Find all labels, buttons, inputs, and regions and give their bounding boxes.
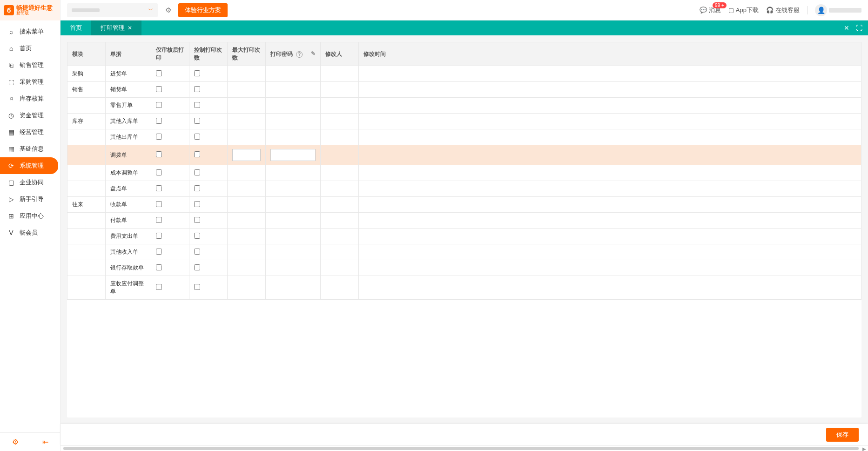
- nav-system[interactable]: ⟳系统管理: [0, 157, 58, 174]
- nav-inventory-icon: ⌑: [7, 95, 15, 102]
- ctrl-checkbox[interactable]: [194, 284, 200, 290]
- nav-collab[interactable]: ▢企业协同: [0, 174, 60, 191]
- cell-ctrl: [189, 129, 228, 145]
- nav-member[interactable]: V畅会员: [0, 224, 60, 241]
- print-password-input[interactable]: [270, 149, 316, 161]
- logo-icon: б: [4, 5, 14, 15]
- workspace-select[interactable]: ﹀: [67, 3, 158, 17]
- tab-1-close-icon[interactable]: ✕: [128, 25, 132, 31]
- avatar: 👤: [815, 4, 827, 16]
- col-max: 最大打印次数: [228, 42, 266, 66]
- cell-doc: 银行存取款单: [106, 260, 151, 276]
- scrollbar-thumb[interactable]: [63, 447, 859, 450]
- audit-checkbox[interactable]: [156, 86, 162, 92]
- cell-audit: [151, 165, 189, 181]
- nav-ops[interactable]: ▤经营管理: [0, 124, 60, 141]
- ctrl-checkbox[interactable]: [194, 134, 200, 140]
- help-icon[interactable]: ?: [296, 51, 303, 58]
- ctrl-checkbox[interactable]: [194, 201, 200, 207]
- audit-checkbox[interactable]: [156, 118, 162, 124]
- audit-checkbox[interactable]: [156, 233, 162, 239]
- ctrl-checkbox[interactable]: [194, 185, 200, 191]
- cell-audit: [151, 244, 189, 260]
- nav-inventory[interactable]: ⌑库存核算: [0, 90, 60, 107]
- cell-pwd: [266, 66, 321, 82]
- cell-module: 往来: [67, 197, 106, 213]
- ctrl-checkbox[interactable]: [194, 264, 200, 270]
- audit-checkbox[interactable]: [156, 249, 162, 255]
- ctrl-checkbox[interactable]: [194, 86, 200, 92]
- max-print-input[interactable]: [232, 149, 261, 161]
- close-all-icon[interactable]: ✕: [844, 24, 849, 32]
- audit-checkbox[interactable]: [156, 134, 162, 140]
- ctrl-checkbox[interactable]: [194, 233, 200, 239]
- audit-checkbox[interactable]: [156, 217, 162, 223]
- cell-modifier: [321, 129, 359, 145]
- nav-guide[interactable]: ▷新手引导: [0, 191, 60, 208]
- ctrl-checkbox[interactable]: [194, 118, 200, 124]
- chevron-down-icon: ﹀: [148, 7, 153, 13]
- save-button[interactable]: 保存: [826, 428, 859, 442]
- nav-base[interactable]: ▦基础信息: [0, 141, 60, 157]
- audit-checkbox[interactable]: [156, 70, 162, 76]
- ctrl-checkbox[interactable]: [194, 151, 200, 157]
- table-row: 采购 进货单: [67, 66, 861, 82]
- audit-checkbox[interactable]: [156, 264, 162, 270]
- cell-modifier: [321, 114, 359, 129]
- ctrl-checkbox[interactable]: [194, 70, 200, 76]
- cell-ctrl: [189, 260, 228, 276]
- nav-apps[interactable]: ⊞应用中心: [0, 208, 60, 224]
- edit-icon[interactable]: ✎: [311, 50, 316, 57]
- nav-sales-label: 销售管理: [20, 61, 44, 69]
- fullscreen-icon[interactable]: ⛶: [856, 24, 862, 32]
- user-menu[interactable]: 👤: [815, 4, 861, 16]
- tab-0[interactable]: 首页: [61, 20, 91, 35]
- cell-doc: 销货单: [106, 82, 151, 98]
- cell-modifier: [321, 165, 359, 181]
- cell-pwd: [266, 145, 321, 165]
- ctrl-checkbox[interactable]: [194, 249, 200, 255]
- nav-apps-label: 应用中心: [20, 212, 44, 220]
- config-icon[interactable]: ⚙: [162, 6, 174, 14]
- audit-checkbox[interactable]: [156, 201, 162, 207]
- audit-checkbox[interactable]: [156, 169, 162, 175]
- collapse-icon[interactable]: ⇤: [42, 438, 48, 446]
- cell-doc: 费用支出单: [106, 229, 151, 244]
- ctrl-checkbox[interactable]: [194, 217, 200, 223]
- audit-checkbox[interactable]: [156, 102, 162, 108]
- app-download-link[interactable]: ▢ App下载: [728, 6, 759, 14]
- cell-pwd: [266, 114, 321, 129]
- audit-checkbox[interactable]: [156, 185, 162, 191]
- cell-audit: [151, 276, 189, 300]
- messages-link[interactable]: 💬 消息 99 +: [700, 6, 721, 14]
- print-manage-card: 模块 单据 仅审核后打印 控制打印次数 最大打印次数 打印密码 ? ✎ 修改人: [67, 42, 861, 417]
- nav-sales[interactable]: ⎗销售管理: [0, 57, 60, 74]
- nav-purchase[interactable]: ⬚采购管理: [0, 74, 60, 90]
- table-row: 其他收入单: [67, 244, 861, 260]
- horizontal-scrollbar[interactable]: ▶: [61, 445, 868, 451]
- cell-max: [228, 145, 266, 165]
- nav-search[interactable]: ⌕搜索菜单: [0, 23, 60, 40]
- ctrl-checkbox[interactable]: [194, 169, 200, 175]
- audit-checkbox[interactable]: [156, 284, 162, 290]
- nav-guide-label: 新手引导: [20, 195, 44, 203]
- cell-pwd: [266, 213, 321, 229]
- online-service-link[interactable]: 🎧 在线客服: [766, 6, 800, 14]
- cell-module: 库存: [67, 114, 106, 129]
- nav-funds[interactable]: ◷资金管理: [0, 107, 60, 124]
- cell-module: [67, 145, 106, 165]
- table-row: 往来 收款单: [67, 197, 861, 213]
- nav-home[interactable]: ⌂首页: [0, 40, 60, 57]
- ctrl-checkbox[interactable]: [194, 102, 200, 108]
- try-solution-button[interactable]: 体验行业方案: [178, 3, 228, 17]
- cell-audit: [151, 82, 189, 98]
- scroll-right-icon[interactable]: ▶: [862, 446, 866, 451]
- settings-icon[interactable]: ⚙: [12, 438, 19, 446]
- tab-1[interactable]: 打印管理✕: [91, 20, 141, 35]
- nav-search-label: 搜索菜单: [20, 27, 44, 36]
- cell-modifier: [321, 66, 359, 82]
- audit-checkbox[interactable]: [156, 151, 162, 157]
- logo-title: 畅捷通好生意: [16, 5, 53, 11]
- cell-max: [228, 244, 266, 260]
- cell-max: [228, 129, 266, 145]
